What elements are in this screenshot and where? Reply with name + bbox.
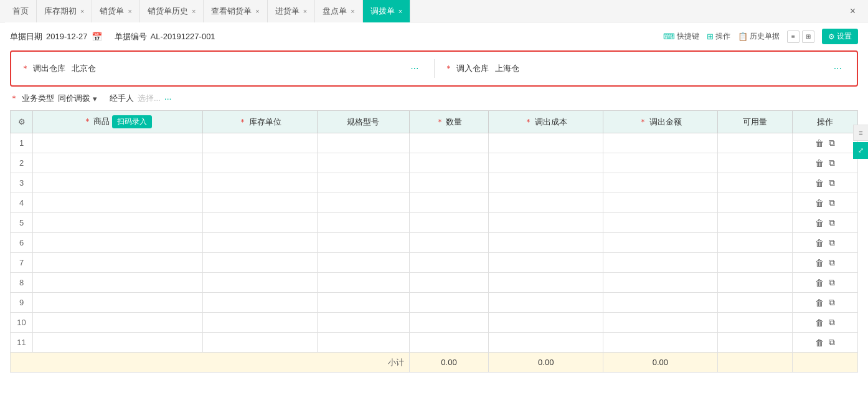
cell-amount[interactable] [603,133,718,153]
cell-product[interactable] [33,333,203,353]
delete-row-icon[interactable]: 🗑 [815,298,824,308]
window-close-button[interactable]: × [842,0,863,22]
cell-amount[interactable] [603,173,718,193]
handler-input[interactable]: 选择... [138,93,161,104]
cell-unit[interactable] [202,133,317,153]
cell-spec[interactable] [317,173,409,193]
cell-cost[interactable] [489,153,603,173]
business-type-select[interactable]: 同价调拨 ▾ [58,93,97,104]
copy-row-icon[interactable]: ⧉ [829,217,835,228]
cell-cost[interactable] [489,313,603,333]
cell-spec[interactable] [317,273,409,293]
tab-inventory-init[interactable]: 库存期初 × [37,0,92,22]
cell-qty[interactable] [409,253,489,273]
copy-row-icon[interactable]: ⧉ [829,178,835,188]
cell-product[interactable] [33,313,203,333]
delete-row-icon[interactable]: 🗑 [815,218,824,228]
calendar-icon[interactable]: 📅 [92,32,102,42]
cell-qty[interactable] [409,173,489,193]
cell-unit[interactable] [202,333,317,353]
cell-amount[interactable] [603,193,718,213]
float-notes-button[interactable]: ≡ [853,125,868,141]
cell-product[interactable] [33,153,203,173]
cell-product[interactable] [33,253,203,273]
copy-row-icon[interactable]: ⧉ [829,297,835,308]
cell-product[interactable] [33,233,203,253]
copy-row-icon[interactable]: ⧉ [829,317,835,328]
delete-row-icon[interactable]: 🗑 [815,178,824,188]
delete-row-icon[interactable]: 🗑 [815,318,824,328]
cell-available[interactable] [717,273,792,293]
cell-unit[interactable] [202,173,317,193]
cell-product[interactable] [33,273,203,293]
gear-icon[interactable]: ⚙ [16,117,27,126]
cell-amount[interactable] [603,313,718,333]
operations-button[interactable]: ⊞ 操作 [707,31,730,42]
cell-available[interactable] [717,213,792,233]
cell-cost[interactable] [489,233,603,253]
cell-available[interactable] [717,313,792,333]
cell-qty[interactable] [409,133,489,153]
cell-qty[interactable] [409,293,489,313]
cell-amount[interactable] [603,293,718,313]
cell-spec[interactable] [317,333,409,353]
cell-unit[interactable] [202,233,317,253]
cell-amount[interactable] [603,253,718,273]
cell-qty[interactable] [409,233,489,253]
cell-unit[interactable] [202,253,317,273]
tab-inventory-count[interactable]: 盘点单 × [315,0,362,22]
close-tab-transfer-order[interactable]: × [399,7,402,15]
tab-home[interactable]: 首页 [5,0,37,22]
in-warehouse-value[interactable]: 上海仓 [495,63,519,74]
layout-grid-icon[interactable]: ⊞ [802,31,814,43]
cell-amount[interactable] [603,233,718,253]
cell-product[interactable] [33,193,203,213]
cell-available[interactable] [717,133,792,153]
cell-product[interactable] [33,293,203,313]
shortcuts-button[interactable]: ⌨ 快捷键 [663,31,699,42]
cell-product[interactable] [33,173,203,193]
tab-sales-history[interactable]: 销货单历史 × [140,0,204,22]
cell-spec[interactable] [317,213,409,233]
cell-unit[interactable] [202,193,317,213]
cell-cost[interactable] [489,293,603,313]
close-tab-sales-history[interactable]: × [192,7,196,15]
cell-available[interactable] [717,153,792,173]
copy-row-icon[interactable]: ⧉ [829,237,835,248]
copy-row-icon[interactable]: ⧉ [829,158,835,168]
delete-row-icon[interactable]: 🗑 [815,138,824,148]
cell-qty[interactable] [409,273,489,293]
cell-cost[interactable] [489,133,603,153]
scan-input-button[interactable]: 扫码录入 [112,115,152,128]
table-gear-col[interactable]: ⚙ [11,111,33,133]
close-tab-view-sales[interactable]: × [255,7,259,15]
cell-unit[interactable] [202,273,317,293]
cell-amount[interactable] [603,333,718,353]
cell-available[interactable] [717,253,792,273]
cell-cost[interactable] [489,273,603,293]
copy-row-icon[interactable]: ⧉ [829,257,835,268]
delete-row-icon[interactable]: 🗑 [815,338,824,348]
cell-unit[interactable] [202,293,317,313]
cell-unit[interactable] [202,153,317,173]
tab-purchase-order[interactable]: 进货单 × [268,0,315,22]
cell-spec[interactable] [317,133,409,153]
cell-qty[interactable] [409,313,489,333]
cell-available[interactable] [717,293,792,313]
cell-qty[interactable] [409,333,489,353]
cell-spec[interactable] [317,293,409,313]
cell-qty[interactable] [409,153,489,173]
tab-sales-order[interactable]: 销货单 × [92,0,139,22]
cell-product[interactable] [33,213,203,233]
cell-amount[interactable] [603,273,718,293]
copy-row-icon[interactable]: ⧉ [829,138,835,148]
cell-available[interactable] [717,193,792,213]
cell-spec[interactable] [317,313,409,333]
cell-spec[interactable] [317,193,409,213]
history-button[interactable]: 📋 历史单据 [738,31,780,42]
cell-amount[interactable] [603,153,718,173]
cell-cost[interactable] [489,333,603,353]
close-tab-sales-order[interactable]: × [128,7,131,15]
close-tab-inventory-init[interactable]: × [80,7,84,15]
settings-button[interactable]: ⚙ 设置 [822,29,858,44]
